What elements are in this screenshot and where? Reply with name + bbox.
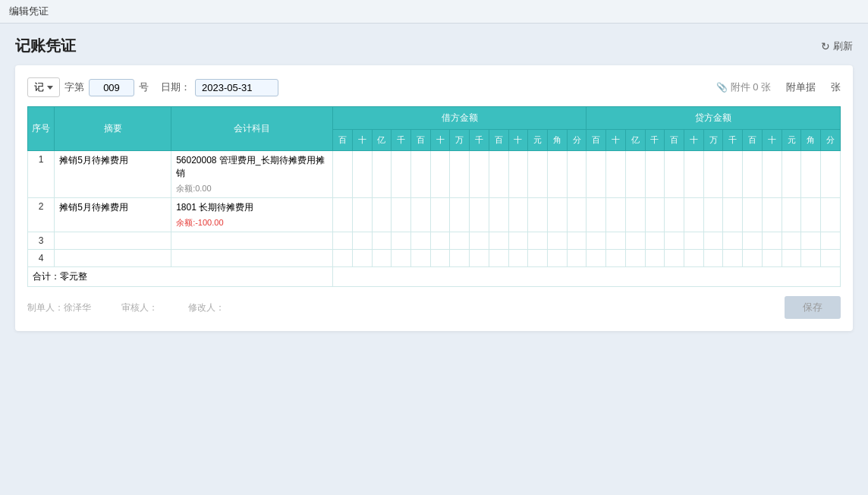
row-digit-1-0[interactable] <box>333 198 353 232</box>
row-digit-0-9[interactable] <box>508 151 528 198</box>
date-input[interactable] <box>195 79 278 96</box>
row-digit-1-11[interactable] <box>548 198 568 232</box>
row-digit-2-5[interactable] <box>430 232 450 250</box>
row-digit-3-21[interactable] <box>743 250 763 267</box>
row-digit-0-21[interactable] <box>743 151 763 198</box>
row-digit-1-4[interactable] <box>410 198 430 232</box>
row-digit-0-3[interactable] <box>392 151 411 198</box>
row-digit-0-11[interactable] <box>548 151 568 198</box>
row-digit-2-3[interactable] <box>392 232 411 250</box>
row-digit-3-12[interactable] <box>567 250 587 267</box>
row-digit-0-24[interactable] <box>801 151 821 198</box>
row-digit-3-6[interactable] <box>450 250 470 267</box>
row-digit-3-0[interactable] <box>333 250 353 267</box>
row-account-1[interactable]: 1801 长期待摊费用余额:-100.00 <box>171 198 333 232</box>
row-digit-3-13[interactable] <box>587 250 606 267</box>
row-digit-0-7[interactable] <box>470 151 489 198</box>
row-digit-2-13[interactable] <box>587 232 606 250</box>
row-digit-2-19[interactable] <box>703 232 723 250</box>
row-digit-2-1[interactable] <box>352 232 372 250</box>
row-digit-0-25[interactable] <box>821 151 841 198</box>
row-digit-3-17[interactable] <box>665 250 684 267</box>
row-digit-1-9[interactable] <box>508 198 528 232</box>
refresh-button[interactable]: ↻ 刷新 <box>821 39 853 53</box>
row-digit-2-2[interactable] <box>372 232 392 250</box>
row-digit-2-24[interactable] <box>801 232 821 250</box>
row-digit-1-8[interactable] <box>489 198 508 232</box>
row-digit-1-2[interactable] <box>372 198 392 232</box>
row-digit-3-5[interactable] <box>430 250 450 267</box>
row-digit-0-12[interactable] <box>567 151 587 198</box>
row-digit-2-17[interactable] <box>665 232 684 250</box>
row-digit-1-15[interactable] <box>625 198 645 232</box>
row-digit-2-22[interactable] <box>762 232 782 250</box>
row-digit-1-1[interactable] <box>352 198 372 232</box>
row-digit-3-25[interactable] <box>821 250 841 267</box>
row-digit-1-18[interactable] <box>684 198 704 232</box>
row-digit-0-8[interactable] <box>489 151 508 198</box>
row-digit-2-20[interactable] <box>723 232 743 250</box>
row-digit-0-16[interactable] <box>645 151 665 198</box>
voucher-type-button[interactable]: 记 <box>27 77 60 97</box>
row-digit-3-1[interactable] <box>352 250 372 267</box>
row-digit-3-16[interactable] <box>645 250 665 267</box>
row-digit-1-19[interactable] <box>703 198 723 232</box>
row-digit-2-4[interactable] <box>410 232 430 250</box>
attach-sheet[interactable]: 附单据 <box>786 80 816 94</box>
row-digit-2-21[interactable] <box>743 232 763 250</box>
row-digit-3-9[interactable] <box>508 250 528 267</box>
row-digit-1-13[interactable] <box>587 198 606 232</box>
row-digit-1-23[interactable] <box>782 198 801 232</box>
row-digit-0-19[interactable] <box>703 151 723 198</box>
row-digit-2-12[interactable] <box>567 232 587 250</box>
row-digit-1-5[interactable] <box>430 198 450 232</box>
row-digit-0-22[interactable] <box>762 151 782 198</box>
row-digit-0-14[interactable] <box>606 151 626 198</box>
row-digit-2-7[interactable] <box>470 232 489 250</box>
row-digit-3-22[interactable] <box>762 250 782 267</box>
row-digit-0-6[interactable] <box>450 151 470 198</box>
row-digit-3-18[interactable] <box>684 250 704 267</box>
row-account-2[interactable] <box>171 232 333 250</box>
row-digit-3-3[interactable] <box>392 250 411 267</box>
row-account-0[interactable]: 56020008 管理费用_长期待摊费用摊销余额:0.00 <box>171 151 333 198</box>
row-digit-2-6[interactable] <box>450 232 470 250</box>
row-digit-0-10[interactable] <box>528 151 548 198</box>
row-digit-2-16[interactable] <box>645 232 665 250</box>
row-digit-2-0[interactable] <box>333 232 353 250</box>
row-digit-2-23[interactable] <box>782 232 801 250</box>
row-digit-2-11[interactable] <box>548 232 568 250</box>
row-digit-0-17[interactable] <box>665 151 684 198</box>
save-button[interactable]: 保存 <box>785 296 841 319</box>
row-summary-2[interactable] <box>55 232 171 250</box>
row-account-3[interactable] <box>171 250 333 267</box>
row-summary-0[interactable]: 摊销5月待摊费用 <box>55 151 171 198</box>
row-digit-3-24[interactable] <box>801 250 821 267</box>
row-summary-3[interactable] <box>55 250 171 267</box>
row-digit-0-1[interactable] <box>352 151 372 198</box>
row-digit-1-12[interactable] <box>567 198 587 232</box>
row-digit-3-2[interactable] <box>372 250 392 267</box>
row-digit-0-13[interactable] <box>587 151 606 198</box>
row-digit-0-23[interactable] <box>782 151 801 198</box>
row-summary-1[interactable]: 摊销5月待摊费用 <box>55 198 171 232</box>
row-digit-1-14[interactable] <box>606 198 626 232</box>
row-digit-3-19[interactable] <box>703 250 723 267</box>
row-digit-1-3[interactable] <box>392 198 411 232</box>
row-digit-3-4[interactable] <box>410 250 430 267</box>
voucher-num-input[interactable] <box>89 79 134 96</box>
row-digit-2-9[interactable] <box>508 232 528 250</box>
row-digit-0-5[interactable] <box>430 151 450 198</box>
row-digit-3-8[interactable] <box>489 250 508 267</box>
row-digit-0-15[interactable] <box>625 151 645 198</box>
row-digit-3-10[interactable] <box>528 250 548 267</box>
row-digit-2-15[interactable] <box>625 232 645 250</box>
row-digit-0-4[interactable] <box>410 151 430 198</box>
row-digit-1-10[interactable] <box>528 198 548 232</box>
row-digit-0-18[interactable] <box>684 151 704 198</box>
row-digit-3-14[interactable] <box>606 250 626 267</box>
row-digit-2-25[interactable] <box>821 232 841 250</box>
row-digit-1-21[interactable] <box>743 198 763 232</box>
row-digit-3-7[interactable] <box>470 250 489 267</box>
row-digit-2-14[interactable] <box>606 232 626 250</box>
